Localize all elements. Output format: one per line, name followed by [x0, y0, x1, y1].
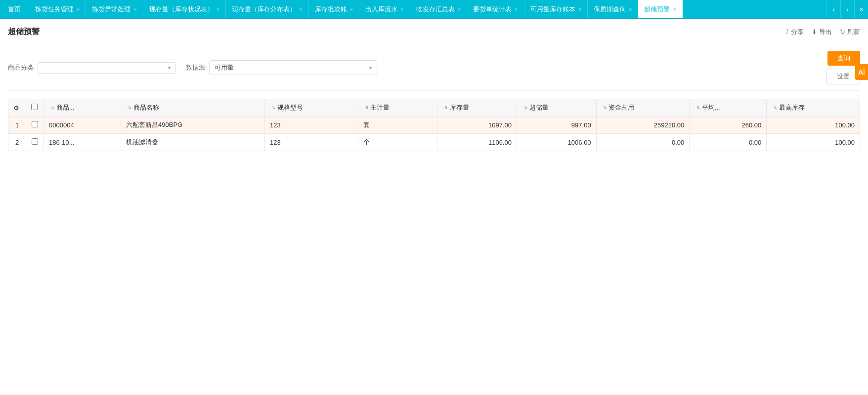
category-chevron-icon: ▾ [168, 65, 171, 71]
tab-库存批次账[interactable]: 库存批次账 × [309, 0, 359, 19]
tab-收发存汇总表[interactable]: 收发存汇总表 × [410, 0, 467, 19]
capital-1: 259220.00 [596, 117, 690, 134]
gear-icon: ⚙ [13, 104, 19, 112]
close-tab-8[interactable]: × [515, 6, 518, 12]
th-max-stock-sort-icon: ⇅ [774, 106, 777, 110]
datasource-chevron-icon: ▾ [369, 65, 372, 71]
close-tab-10[interactable]: × [629, 6, 632, 12]
header-actions: ⤴ 分享 ⬇ 导出 ↻ 刷新 [785, 28, 860, 37]
th-overstock[interactable]: ⇅ 超储量 [517, 99, 596, 117]
product-name-2: 机油滤清器 [121, 134, 265, 151]
filter-bar: 商品分类 ▾ 数据源 可用量 ▾ 查询 设置 [8, 45, 860, 91]
export-action[interactable]: ⬇ 导出 [812, 28, 832, 37]
category-select[interactable]: ▾ [38, 62, 176, 74]
max-stock-2: 100.00 [767, 134, 860, 151]
avg-1: 260.00 [690, 117, 767, 134]
close-tab-2[interactable]: × [133, 6, 136, 12]
th-capital[interactable]: ⇅ 资金占用 [596, 99, 690, 117]
th-capital-sort-icon: ⇅ [604, 106, 607, 110]
th-product-code-sort-icon: ⇅ [51, 106, 54, 110]
max-stock-1: 100.00 [767, 117, 860, 134]
product-code-1: 0000004 [44, 117, 121, 134]
ai-badge[interactable]: Ai [855, 64, 868, 80]
close-tab-1[interactable]: × [77, 6, 80, 12]
nav-arrow-right[interactable]: › [840, 0, 854, 19]
product-code-2: 186-10... [44, 134, 121, 151]
spec-2: 123 [265, 134, 358, 151]
page-content: 超储预警 ⤴ 分享 ⬇ 导出 ↻ 刷新 商品分类 ▾ 数据源 [0, 19, 868, 395]
tab-现存量库存状况表[interactable]: 现存量（库存状况表） × [143, 0, 226, 19]
tab-现存量库存分布表[interactable]: 现存量（库存分布表） × [226, 0, 308, 19]
table-body: 1 0000004 六配套新昌490BPG 123 套 1097.00 997.… [8, 117, 860, 151]
close-tab-3[interactable]: × [217, 6, 219, 12]
overstock-2: 1006.00 [517, 134, 596, 151]
product-name-1: 六配套新昌490BPG [121, 117, 265, 134]
refresh-icon: ↻ [840, 28, 845, 36]
th-avg-sort-icon: ⇅ [696, 106, 700, 110]
th-overstock-sort-icon: ⇅ [524, 106, 527, 110]
datasource-value: 可用量 [215, 63, 234, 72]
select-all-checkbox[interactable] [31, 104, 38, 110]
datasource-filter-group: 数据源 可用量 ▾ [186, 60, 377, 75]
close-tab-6[interactable]: × [400, 6, 403, 12]
th-max-stock[interactable]: ⇅ 最高库存 [767, 99, 860, 117]
nav-arrow-menu[interactable]: × [854, 0, 868, 19]
table-row: 2 186-10... 机油滤清器 123 个 1106.00 1006.00 … [8, 134, 860, 151]
tab-保质期查询[interactable]: 保质期查询 × [588, 0, 638, 19]
th-product-name[interactable]: ⇅ 商品名称 [121, 99, 265, 117]
row-checkbox-2[interactable] [26, 134, 44, 151]
capital-2: 0.00 [596, 134, 690, 151]
th-spec[interactable]: ⇅ 规格型号 [265, 99, 358, 117]
th-unit-sort-icon: ⇅ [365, 106, 369, 110]
avg-2: 0.00 [690, 134, 767, 151]
nav-arrow-left[interactable]: ‹ [826, 0, 840, 19]
refresh-action[interactable]: ↻ 刷新 [840, 28, 860, 37]
th-spec-sort-icon: ⇅ [272, 106, 275, 110]
th-stock-sort-icon: ⇅ [444, 106, 448, 110]
datasource-label: 数据源 [186, 63, 205, 72]
overstock-1: 997.00 [517, 117, 596, 134]
unit-2: 个 [358, 134, 437, 151]
row-num-1: 1 [8, 117, 26, 134]
table-header: ⚙ ⇅ 商品... ⇅ 商品名称 ⇅ 规格型号 ⇅ [8, 99, 860, 117]
export-icon: ⬇ [812, 28, 817, 36]
tab-拣货异常处理[interactable]: 拣货异常处理 × [86, 0, 143, 19]
datasource-select[interactable]: 可用量 ▾ [209, 60, 377, 75]
th-unit[interactable]: ⇅ 主计量 [358, 99, 437, 117]
data-table: ⚙ ⇅ 商品... ⇅ 商品名称 ⇅ 规格型号 ⇅ [8, 99, 860, 151]
spec-1: 123 [265, 117, 358, 134]
close-tab-7[interactable]: × [458, 6, 461, 12]
row-checkbox-1[interactable] [26, 117, 44, 134]
th-settings[interactable]: ⚙ [8, 99, 26, 117]
nav-arrows: ‹ › × [826, 0, 868, 19]
th-avg[interactable]: ⇅ 平均... [690, 99, 767, 117]
tab-可用量库存账本[interactable]: 可用量库存账本 × [524, 0, 588, 19]
stock-1: 1097.00 [437, 117, 517, 134]
tab-要货单统计表[interactable]: 要货单统计表 × [467, 0, 524, 19]
close-tab-9[interactable]: × [578, 6, 581, 12]
row-2-checkbox[interactable] [32, 138, 38, 145]
nav-home[interactable]: 首页 [0, 5, 29, 14]
category-filter-group: 商品分类 ▾ [8, 62, 176, 74]
tab-超储预警[interactable]: 超储预警 × [638, 0, 682, 19]
page-header: 超储预警 ⤴ 分享 ⬇ 导出 ↻ 刷新 [8, 27, 860, 37]
share-action[interactable]: ⤴ 分享 [785, 28, 804, 37]
close-tab-5[interactable]: × [350, 6, 353, 12]
th-stock[interactable]: ⇅ 库存量 [437, 99, 517, 117]
th-product-name-sort-icon: ⇅ [128, 106, 131, 110]
page-title: 超储预警 [8, 27, 40, 37]
top-nav: 首页 拣货任务管理 × 拣货异常处理 × 现存量（库存状况表） × 现存量（库存… [0, 0, 868, 19]
table-row: 1 0000004 六配套新昌490BPG 123 套 1097.00 997.… [8, 117, 860, 134]
share-icon: ⤴ [785, 28, 789, 36]
close-tab-11[interactable]: × [673, 6, 676, 12]
stock-2: 1106.00 [437, 134, 517, 151]
query-button[interactable]: 查询 [827, 51, 860, 66]
row-1-checkbox[interactable] [32, 121, 38, 127]
close-tab-4[interactable]: × [299, 6, 302, 12]
tab-出入库流水[interactable]: 出入库流水 × [359, 0, 410, 19]
category-label: 商品分类 [8, 63, 34, 72]
tab-拣货任务管理[interactable]: 拣货任务管理 × [29, 0, 86, 19]
th-checkbox[interactable] [26, 99, 44, 117]
th-product-code[interactable]: ⇅ 商品... [44, 99, 121, 117]
unit-1: 套 [358, 117, 437, 134]
